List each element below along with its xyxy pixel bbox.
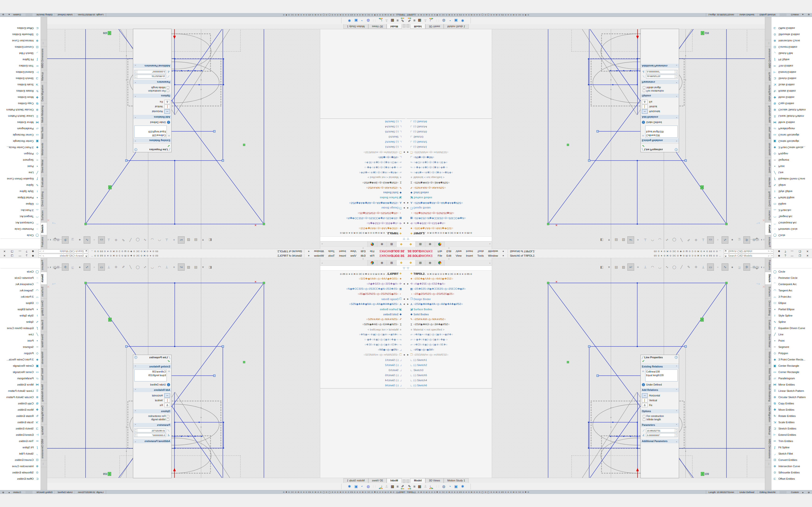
verification-icon[interactable]: ◍ bbox=[442, 484, 445, 489]
menu-item[interactable]: Edit bbox=[445, 254, 454, 258]
pin-icon[interactable]: ✦ bbox=[502, 254, 504, 258]
tree-row-sketch[interactable]: ∟ (-) Sketch5 bbox=[406, 129, 492, 134]
relation-badge[interactable]: ≡ 109 bbox=[103, 472, 111, 476]
tree-row[interactable]: ✎ ○Ƨ5И※ΑΜ○◎○ΜΑ※И5Ƨ○ bbox=[320, 317, 406, 322]
sketch-tool-item[interactable]: ∿ Spline bbox=[0, 182, 41, 188]
add-relation-button[interactable]: │ Vertical bbox=[642, 105, 678, 109]
option-checkbox-row[interactable]: For construction bbox=[134, 90, 169, 92]
tree-row-sketch[interactable]: ∟ (-) Sketch1 bbox=[320, 357, 406, 362]
toolbar-icon[interactable]: ✛ bbox=[113, 236, 119, 243]
grid-table-icon[interactable]: ▦ bbox=[391, 484, 394, 489]
commandmanager-tab[interactable]: Markup bbox=[765, 70, 771, 82]
commandmanager-tab[interactable]: Sheet Metal bbox=[41, 157, 47, 175]
parameters-header[interactable]: Parameters⌃ bbox=[133, 423, 171, 427]
toolbar-icon[interactable]: ▾ bbox=[606, 264, 612, 271]
sketch-tool-item[interactable]: ⊕ Intersection Curve bbox=[0, 38, 41, 44]
sketch-tool-item[interactable]: ◇ Polygon bbox=[0, 350, 41, 356]
toolbar-icon[interactable]: ∿ bbox=[142, 236, 148, 243]
tree-row[interactable]: ▱ ○✚Ɛ9○※◉|○◎○|◉※○9Ɛ✚○ bbox=[320, 342, 406, 347]
tree-root-part[interactable]: ❖ TЯPDL2. ⊙ Ж ⊙ Ш ⊙ ⊙ ⊙ ✚ ⊙ ƆC ⊙ Ж ⊙ ∗ ⊙… bbox=[406, 231, 492, 236]
close-button[interactable]: ✕ bbox=[804, 254, 811, 258]
relation-item[interactable]: Collinear108 bbox=[135, 133, 166, 137]
sketch-tool-item[interactable]: ╱ Line bbox=[771, 331, 812, 338]
ok-button[interactable]: ✔ bbox=[133, 144, 171, 148]
toolbar-icon[interactable]: ⌖ bbox=[635, 236, 642, 243]
help-icon[interactable]: ? bbox=[134, 356, 137, 359]
expand-arrow-icon[interactable]: ▶ bbox=[406, 202, 409, 204]
tab-scroll-button[interactable] bbox=[406, 24, 409, 27]
sketch-tool-item[interactable]: ⇲ Scale Entities bbox=[771, 419, 812, 426]
sketch-tool-item[interactable]: ▣ Center Rectangle bbox=[771, 362, 812, 369]
toolbar-icon[interactable]: ▨ bbox=[185, 264, 192, 271]
toolbar-icon[interactable]: ◠ bbox=[649, 236, 656, 243]
toolbar-icon[interactable]: ╱ bbox=[678, 236, 685, 243]
restore-button[interactable]: ❐ bbox=[796, 250, 804, 253]
tab-configurationmanager[interactable]: ⊕ bbox=[377, 241, 387, 247]
apply-scene-icon[interactable]: ∟ bbox=[379, 484, 383, 489]
sketch-tool-item[interactable]: ⊕ Intersection Curve bbox=[771, 463, 812, 469]
relation-badge[interactable]: ≡ 109 bbox=[701, 31, 709, 35]
sketch-tool-item[interactable]: ⊛ Circular Sketch Pattern bbox=[0, 107, 41, 113]
sketch-tool-item[interactable]: ⊢ Extend Entities bbox=[0, 432, 41, 438]
options-header[interactable]: Options⌃ bbox=[133, 94, 171, 98]
tree-row[interactable]: ▶ A ○Ƨ5И◉✚Α✚◉ИΑ○◎○ΑИ◉✚Α✚◉И5Ƨ○ bbox=[320, 201, 406, 206]
sketch-tool-item[interactable]: ◈ 3 Point Center Recta... bbox=[771, 145, 812, 151]
sketch-tool-item[interactable]: ◖ Partial Ellipse bbox=[0, 306, 41, 313]
menu-item[interactable]: Edit bbox=[445, 249, 454, 253]
menu-item[interactable]: Window bbox=[486, 254, 500, 258]
relation-badge[interactable]: ⊻ bbox=[700, 318, 704, 322]
tree-row[interactable]: ✎ ○Ƨ5И※ΑΜ○◎○ΜΑ※И5Ƨ○ bbox=[406, 185, 492, 190]
toolbar-icon[interactable]: ● bbox=[729, 264, 735, 271]
sketch-tool-item[interactable]: ◯ Circle bbox=[771, 232, 812, 238]
expand-arrow-icon[interactable]: ▶ bbox=[403, 283, 406, 285]
commandmanager-tab[interactable]: Mesh Modeling bbox=[765, 382, 771, 404]
toolbar-icon[interactable]: ⟂ bbox=[105, 264, 112, 271]
tree-row-sketch[interactable]: ∟ Sketch3 bbox=[320, 368, 406, 373]
commandmanager-tab[interactable]: Sheet Metal bbox=[41, 332, 47, 350]
toolbar-icon[interactable]: ∿ bbox=[84, 264, 90, 271]
tree-row[interactable]: ◔ ○Ƨ5◉Ƨ5И5Ƨ5○◎○Ƨ5И5Ƨ5◉Ƨ5○ bbox=[320, 291, 406, 296]
commandmanager-tab[interactable]: Mold Tools bbox=[765, 125, 771, 141]
commandmanager-tab[interactable]: Mesh Modeling bbox=[41, 103, 47, 125]
document-tab[interactable]: 3D Views bbox=[425, 478, 444, 483]
commandmanager-tab[interactable]: Evaluate bbox=[765, 318, 771, 332]
commandmanager-tab[interactable]: Weldments bbox=[765, 350, 771, 366]
tree-root-part[interactable]: ❖ TЯPDL2. ⊙ Ж ⊙ Ш ⊙ ⊙ ⊙ ✚ ⊙ ƆC ⊙ Ж ⊙ ∗ ⊙… bbox=[320, 271, 406, 276]
sketch-tool-item[interactable]: ⌓ 3 Point Arc bbox=[771, 294, 812, 300]
unit-system-dropdown[interactable]: Custom▴ bbox=[6, 13, 24, 16]
sketch-tool-item[interactable]: ⋈ Mirror Entities bbox=[0, 382, 41, 388]
tree-row[interactable]: ≡ Material < not specified > bbox=[320, 327, 406, 332]
menu-item[interactable]: Insert bbox=[464, 249, 475, 253]
tree-row-sketch[interactable]: ∟ (-) Sketch1 bbox=[320, 145, 406, 150]
tab-scroll-button[interactable] bbox=[403, 480, 406, 483]
tree-row[interactable]: ▶ ⟲ ○Λ◉✚Ƨ5Ɛ○◎○Ɛ5Ƨ✚◉Λ○ bbox=[406, 221, 492, 226]
edit-appearance-icon[interactable]: ✎ bbox=[408, 18, 411, 23]
toolbar-icon[interactable]: ✛ bbox=[693, 264, 699, 271]
expand-arrow-icon[interactable]: ▶ bbox=[403, 151, 406, 153]
toolbar-icon[interactable]: ↩ bbox=[627, 264, 634, 271]
menu-item[interactable]: Edit bbox=[359, 254, 368, 258]
option-checkbox-row[interactable]: For construction bbox=[643, 90, 678, 92]
toolbar-icon[interactable]: ↩ bbox=[627, 236, 634, 243]
add-relation-button[interactable]: ─ Horizontal bbox=[642, 393, 678, 398]
sketch-tool-item[interactable]: ◯ Circle bbox=[0, 269, 41, 275]
expand-arrow-icon[interactable]: ▶ bbox=[403, 303, 406, 305]
graphics-area[interactable]: ◧▾▤▨↩⌖⊥◠◡∿◯╱✎✛⟂▭▫∿●◞✛⊞◑◍◌◎ ◫◫—❐✕ ⬙ ↪ ✕ bbox=[47, 258, 320, 478]
help-icon[interactable]: ? bbox=[675, 148, 678, 151]
ghost-window-button[interactable]: ◫ bbox=[65, 238, 68, 241]
toolbar-icon[interactable]: ∿ bbox=[84, 236, 90, 243]
cancel-sketch-ghost-icon[interactable]: ✕ bbox=[47, 218, 50, 222]
sketch-tool-item[interactable]: ⊕ Intersection Curve bbox=[0, 463, 41, 469]
verification-icon[interactable]: ✱ bbox=[348, 484, 351, 489]
toolbar-icon[interactable]: ● bbox=[77, 236, 83, 243]
tree-filter-box[interactable]: ▽ bbox=[320, 236, 406, 241]
sketch-tool-item[interactable]: ◈ 3 Point Center Recta... bbox=[771, 356, 812, 362]
expand-arrow-icon[interactable]: ▶ bbox=[403, 202, 406, 204]
toolbar-icon[interactable]: ◯ bbox=[671, 236, 678, 243]
toolbar-icon[interactable]: ∿ bbox=[664, 236, 670, 243]
apply-scene-icon[interactable]: ∟ bbox=[379, 18, 383, 23]
sketch-tool-item[interactable]: ✂ Trim Entities bbox=[0, 438, 41, 444]
toolbar-icon[interactable]: ◠ bbox=[156, 236, 163, 243]
tree-row[interactable]: ▦ ○Ƨ5✚ƐƧ5○И◉✚ƆƆƐƧ5○◎○Ƨ5ƐƆƆ✚◉И○ bbox=[320, 286, 406, 291]
menu-item[interactable]: Tools bbox=[326, 249, 337, 253]
